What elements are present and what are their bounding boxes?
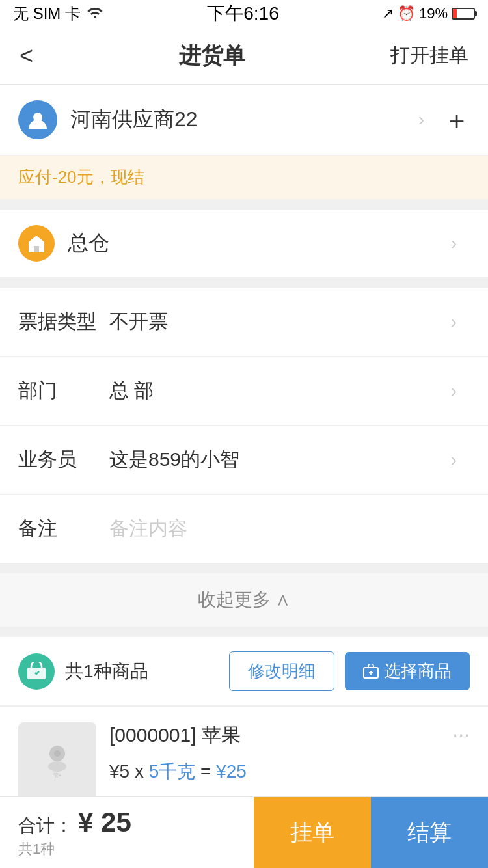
collapse-row[interactable]: 收起更多 ∧ — [0, 573, 488, 627]
salesperson-row[interactable]: 业务员 这是859的小智 › — [0, 426, 488, 495]
separator — [0, 199, 488, 210]
warehouse-name: 总仓 — [68, 229, 451, 258]
department-row[interactable]: 部门 总 部 › — [0, 357, 488, 426]
supplier-avatar — [18, 100, 57, 139]
status-left: 无 SIM 卡 — [13, 3, 104, 24]
battery-percentage: 19% — [419, 5, 448, 22]
product-price: ¥5 x 5千克 = ¥25 — [109, 759, 439, 784]
remark-row[interactable]: 备注 备注内容 — [0, 495, 488, 563]
price-value: ¥5 — [109, 761, 129, 781]
settle-button[interactable]: 结算 — [371, 797, 488, 869]
supplier-row[interactable]: 河南供应商22 › ＋ — [0, 85, 488, 156]
product-code: [0000001] — [109, 724, 196, 746]
form-section: 票据类型 不开票 › 部门 总 部 › 业务员 这是859的小智 › 备注 备注… — [0, 288, 488, 563]
supplier-chevron-icon: › — [418, 109, 424, 130]
nav-bar: < 进货单 打开挂单 — [0, 27, 488, 85]
alarm-icon: ⏰ — [398, 5, 415, 22]
battery-icon — [452, 8, 475, 20]
remark-placeholder[interactable]: 备注内容 — [109, 515, 470, 542]
product-name: [0000001] 苹果 — [109, 722, 439, 749]
select-product-button[interactable]: 选择商品 — [345, 652, 470, 690]
product-count: 共1种商品 — [65, 659, 219, 684]
warehouse-icon — [18, 225, 55, 262]
svg-rect-1 — [34, 246, 39, 252]
ticket-type-value: 不开票 — [109, 308, 451, 335]
select-product-label: 选择商品 — [384, 660, 452, 683]
status-time: 下午6:16 — [207, 1, 279, 26]
status-bar: 无 SIM 卡 下午6:16 ↗ ⏰ 19% — [0, 0, 488, 27]
warehouse-row[interactable]: 总仓 › — [0, 210, 488, 277]
department-value: 总 部 — [109, 377, 451, 404]
remark-label: 备注 — [18, 515, 109, 542]
status-right: ↗ ⏰ 19% — [382, 5, 475, 22]
product-more-button[interactable]: ··· — [452, 722, 470, 746]
product-info: [0000001] 苹果 ¥5 x 5千克 = ¥25 — [109, 722, 439, 784]
department-label: 部门 — [18, 377, 109, 404]
total-value: ¥25 — [216, 761, 247, 781]
svg-point-7 — [48, 761, 66, 772]
open-hang-button[interactable]: 打开挂单 — [390, 42, 468, 69]
total-section: 合计： ¥ 25 共1种 — [0, 807, 254, 859]
main-content: 河南供应商22 › ＋ 应付-20元，现结 总仓 › 票据类型 不开票 › 部门… — [0, 85, 488, 868]
product-icon — [18, 653, 55, 690]
product-thumbnail: 管+ — [18, 722, 96, 800]
ticket-type-label: 票据类型 — [18, 308, 109, 335]
qty-value: 5千克 — [149, 761, 196, 781]
ticket-type-row[interactable]: 票据类型 不开票 › — [0, 288, 488, 357]
supplier-section: 河南供应商22 › ＋ 应付-20元，现结 — [0, 85, 488, 199]
back-button[interactable]: < — [20, 42, 33, 70]
salesperson-value: 这是859的小智 — [109, 446, 451, 473]
page-title: 进货单 — [179, 41, 245, 71]
total-amount: ¥ 25 — [78, 807, 131, 838]
product-header: 共1种商品 修改明细 选择商品 — [0, 637, 488, 705]
carrier-text: 无 SIM 卡 — [13, 3, 81, 24]
ticket-type-chevron-icon: › — [451, 312, 457, 332]
edit-detail-button[interactable]: 修改明细 — [229, 651, 334, 691]
total-label: 合计： ¥ 25 — [18, 807, 236, 838]
location-icon: ↗ — [382, 5, 394, 22]
wifi-icon — [86, 5, 104, 23]
collapse-label: 收起更多 ∧ — [198, 588, 291, 612]
total-sub: 共1种 — [18, 839, 236, 859]
hang-button[interactable]: 挂单 — [254, 797, 371, 869]
product-title: 苹果 — [202, 724, 241, 746]
salesperson-label: 业务员 — [18, 446, 109, 473]
svg-text:管+: 管+ — [53, 772, 62, 778]
svg-point-8 — [54, 750, 61, 757]
department-chevron-icon: › — [451, 381, 457, 401]
supplier-name: 河南供应商22 — [70, 105, 418, 134]
salesperson-chevron-icon: › — [451, 450, 457, 470]
add-button[interactable]: ＋ — [444, 102, 470, 138]
supplier-notice: 应付-20元，现结 — [0, 156, 488, 199]
bottom-bar: 合计： ¥ 25 共1种 挂单 结算 — [0, 796, 488, 868]
warehouse-chevron-icon: › — [451, 233, 457, 254]
